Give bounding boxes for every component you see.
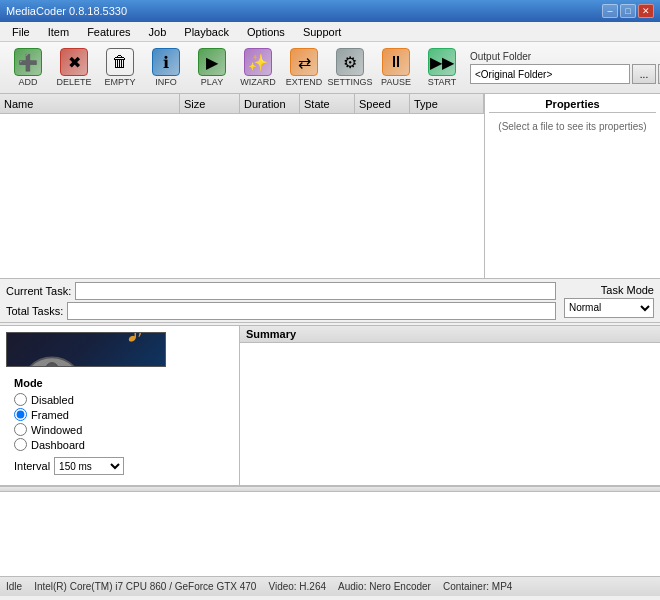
tabs-row bbox=[0, 323, 660, 325]
menu-item-features[interactable]: Features bbox=[79, 24, 138, 40]
delete-icon: ✖ bbox=[60, 48, 88, 76]
wizard-icon: ✨ bbox=[244, 48, 272, 76]
col-type: Type bbox=[410, 94, 484, 113]
status-bar: Idle Intel(R) Core(TM) i7 CPU 860 / GeFo… bbox=[0, 576, 660, 596]
mode-panel: Mode Disabled Framed Windowed Dashboard … bbox=[6, 373, 233, 479]
main-content: ♪ Mode Disabled Framed Windowed Dashboar… bbox=[0, 326, 660, 486]
settings-icon: ⚙ bbox=[336, 48, 364, 76]
col-duration: Duration bbox=[240, 94, 300, 113]
toolbar-play-button[interactable]: ▶PLAY bbox=[190, 45, 234, 90]
news-area bbox=[0, 486, 660, 576]
interval-row: Interval 150 ms 300 ms 500 ms bbox=[14, 457, 225, 475]
toolbar-start-button[interactable]: ▶▶START bbox=[420, 45, 464, 90]
extend-icon: ⇄ bbox=[290, 48, 318, 76]
add-icon: ➕ bbox=[14, 48, 42, 76]
toolbar-info-button[interactable]: ℹINFO bbox=[144, 45, 188, 90]
toolbar-wizard-button[interactable]: ✨WIZARD bbox=[236, 45, 280, 90]
pause-icon: ⏸ bbox=[382, 48, 410, 76]
wizard-label: WIZARD bbox=[240, 77, 276, 87]
info-label: INFO bbox=[155, 77, 177, 87]
current-task-label: Current Task: bbox=[6, 285, 71, 297]
properties-hint: (Select a file to see its properties) bbox=[489, 121, 656, 132]
toolbar-tools: ➕ADD✖DELETE🗑EMPTYℹINFO▶PLAY✨WIZARD⇄EXTEN… bbox=[6, 45, 464, 90]
play-label: PLAY bbox=[201, 77, 223, 87]
toolbar-settings-button[interactable]: ⚙SETTINGS bbox=[328, 45, 372, 90]
menu-bar: FileItemFeaturesJobPlaybackOptionsSuppor… bbox=[0, 22, 660, 42]
empty-label: EMPTY bbox=[104, 77, 135, 87]
film-reel-icon bbox=[17, 353, 87, 367]
summary-content[interactable] bbox=[240, 343, 660, 485]
filelist-header: Name Size Duration State Speed Type bbox=[0, 94, 484, 114]
toolbar-pause-button[interactable]: ⏸PAUSE bbox=[374, 45, 418, 90]
toolbar-extend-button[interactable]: ⇄EXTEND bbox=[282, 45, 326, 90]
total-task-row: Total Tasks: bbox=[6, 302, 556, 320]
empty-icon: 🗑 bbox=[106, 48, 134, 76]
menu-item-support[interactable]: Support bbox=[295, 24, 350, 40]
mode-windowed[interactable]: Windowed bbox=[14, 423, 225, 436]
minimize-button[interactable]: – bbox=[602, 4, 618, 18]
extend-label: EXTEND bbox=[286, 77, 323, 87]
info-icon: ℹ bbox=[152, 48, 180, 76]
output-folder-browse-button[interactable]: ... bbox=[632, 64, 656, 84]
add-label: ADD bbox=[18, 77, 37, 87]
toolbar-empty-button[interactable]: 🗑EMPTY bbox=[98, 45, 142, 90]
current-task-input[interactable] bbox=[75, 282, 556, 300]
current-task-row: Current Task: bbox=[6, 282, 556, 300]
status-cpu: Intel(R) Core(TM) i7 CPU 860 / GeForce G… bbox=[34, 581, 256, 592]
properties-header: Properties bbox=[489, 98, 656, 113]
play-icon: ▶ bbox=[198, 48, 226, 76]
toolbar-add-button[interactable]: ➕ADD bbox=[6, 45, 50, 90]
start-label: START bbox=[428, 77, 457, 87]
total-task-input[interactable] bbox=[67, 302, 556, 320]
output-folder-label: Output Folder bbox=[470, 51, 660, 62]
summary-tab-header: Summary bbox=[240, 326, 660, 343]
maximize-button[interactable]: □ bbox=[620, 4, 636, 18]
mode-disabled[interactable]: Disabled bbox=[14, 393, 225, 406]
col-speed: Speed bbox=[355, 94, 410, 113]
filelist: Name Size Duration State Speed Type bbox=[0, 94, 485, 278]
menu-item-playback[interactable]: Playback bbox=[176, 24, 237, 40]
preview-image: ♪ bbox=[6, 332, 166, 367]
status-audio: Audio: Nero Encoder bbox=[338, 581, 431, 592]
status-idle: Idle bbox=[6, 581, 22, 592]
toolbar: ➕ADD✖DELETE🗑EMPTYℹINFO▶PLAY✨WIZARD⇄EXTEN… bbox=[0, 42, 660, 94]
summary-tab-area: Summary bbox=[240, 326, 660, 485]
col-name: Name bbox=[0, 94, 180, 113]
window-controls: – □ ✕ bbox=[602, 4, 654, 18]
title-text: MediaCoder 0.8.18.5330 bbox=[6, 5, 127, 17]
preview-panel: ♪ Mode Disabled Framed Windowed Dashboar… bbox=[0, 326, 240, 485]
total-task-label: Total Tasks: bbox=[6, 305, 63, 317]
task-rows: Current Task: Total Tasks: bbox=[6, 282, 556, 320]
status-video: Video: H.264 bbox=[268, 581, 326, 592]
settings-label: SETTINGS bbox=[328, 77, 373, 87]
filelist-body[interactable] bbox=[0, 114, 484, 278]
task-mode-label: Task Mode bbox=[601, 284, 654, 296]
mode-framed[interactable]: Framed bbox=[14, 408, 225, 421]
mode-dashboard[interactable]: Dashboard bbox=[14, 438, 225, 451]
delete-label: DELETE bbox=[56, 77, 91, 87]
menu-item-options[interactable]: Options bbox=[239, 24, 293, 40]
interval-label: Interval bbox=[14, 460, 50, 472]
menu-item-item[interactable]: Item bbox=[40, 24, 77, 40]
status-container: Container: MP4 bbox=[443, 581, 512, 592]
toolbar-delete-button[interactable]: ✖DELETE bbox=[52, 45, 96, 90]
filelist-area: Name Size Duration State Speed Type Prop… bbox=[0, 94, 660, 279]
output-folder-row: ... Open bbox=[470, 64, 660, 84]
news-content[interactable] bbox=[0, 492, 660, 576]
task-area: Current Task: Total Tasks: Task Mode Nor… bbox=[0, 279, 660, 323]
interval-select[interactable]: 150 ms 300 ms 500 ms bbox=[54, 457, 124, 475]
col-size: Size bbox=[180, 94, 240, 113]
music-note-icon: ♪ bbox=[125, 332, 145, 351]
close-button[interactable]: ✕ bbox=[638, 4, 654, 18]
output-folder-input[interactable] bbox=[470, 64, 630, 84]
menu-item-job[interactable]: Job bbox=[141, 24, 175, 40]
title-bar: MediaCoder 0.8.18.5330 – □ ✕ bbox=[0, 0, 660, 22]
task-mode-select[interactable]: Normal Sequential Parallel bbox=[564, 298, 654, 318]
menu-item-file[interactable]: File bbox=[4, 24, 38, 40]
output-folder-area: Output Folder ... Open bbox=[470, 51, 660, 84]
mode-title: Mode bbox=[14, 377, 225, 389]
summary-tab-label: Summary bbox=[246, 328, 296, 340]
pause-label: PAUSE bbox=[381, 77, 411, 87]
task-mode-area: Task Mode Normal Sequential Parallel bbox=[564, 284, 654, 318]
col-state: State bbox=[300, 94, 355, 113]
